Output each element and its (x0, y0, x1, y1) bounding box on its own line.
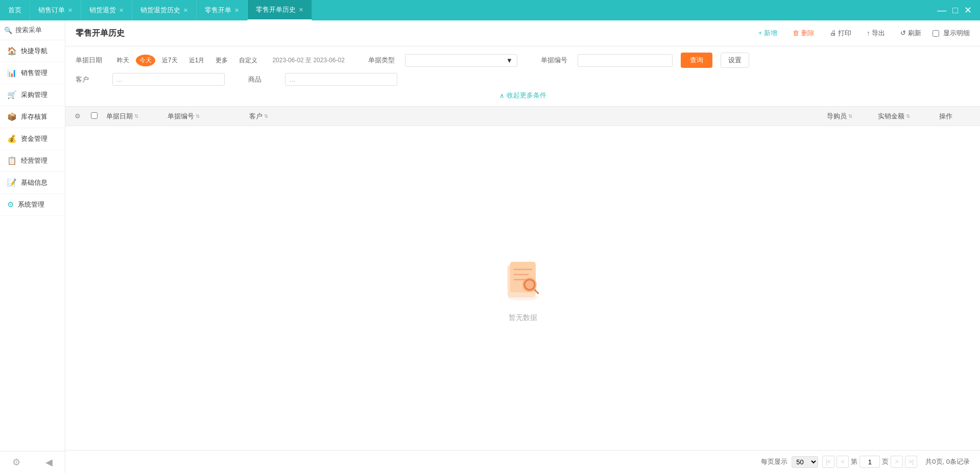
date-buttons: 昨天 今天 近7天 近1月 更多 自定义 (112, 55, 262, 66)
empty-icon (497, 254, 548, 305)
search-icon: 🔍 (4, 27, 12, 34)
tab-retail-history-close[interactable]: ✕ (299, 7, 303, 13)
management-icon: 📋 (7, 156, 17, 165)
add-button[interactable]: + 新增 (754, 27, 781, 40)
goods-label: 商品 (248, 75, 277, 84)
col-date[interactable]: 单据日期 ⇅ (102, 112, 163, 121)
sidebar-item-inventory[interactable]: 📦 库存核算 (0, 106, 65, 128)
sales-icon: 📊 (7, 68, 17, 78)
tab-retail-close[interactable]: ✕ (234, 7, 239, 14)
sidebar-item-label-system: 系统管理 (18, 200, 44, 209)
show-detail-check[interactable] (933, 30, 939, 37)
query-button[interactable]: 查询 (681, 53, 712, 68)
date-btn-7days[interactable]: 近7天 (157, 55, 182, 66)
select-all-check[interactable] (91, 112, 98, 119)
window-controls: — □ ✕ (929, 5, 980, 16)
purchase-icon: 🛒 (7, 90, 17, 99)
col-amount-sort: ⇅ (906, 113, 910, 119)
select-all-checkbox[interactable] (86, 112, 102, 120)
delete-button[interactable]: 🗑 删除 (788, 27, 819, 40)
content-area: 零售开单历史 + 新增 🗑 删除 🖨 打印 ↑ 导出 ↺ 刷新 显示明细 单据日… (65, 20, 980, 473)
sidebar-item-label-mgmt: 经营管理 (21, 156, 47, 165)
next-page-btn[interactable]: > (891, 456, 903, 468)
collapse-sidebar-icon[interactable]: ◀ (45, 457, 53, 468)
sidebar-item-finance[interactable]: 💰 资金管理 (0, 128, 65, 150)
empty-text: 暂无数据 (509, 313, 537, 322)
collapse-filter-btn[interactable]: ∧ 收起更多条件 (76, 91, 970, 100)
sidebar-item-system[interactable]: ⚙ 系统管理 (0, 194, 65, 216)
customer-placeholder: ... (117, 76, 123, 83)
pagination: 每页显示 50 100 200 |< < 第 页 > >| 共0页, 0条记录 (65, 450, 980, 473)
per-page-label: 每页显示 (761, 457, 787, 466)
tab-sales-order[interactable]: 销售订单 ✕ (30, 0, 81, 20)
col-order-no-label: 单据编号 (168, 112, 194, 121)
refresh-button[interactable]: ↺ 刷新 (896, 27, 925, 40)
date-btn-more[interactable]: 更多 (211, 55, 232, 66)
total-label: 共0页, 0条记录 (925, 457, 970, 466)
col-guide[interactable]: 导购员 ⇅ (823, 112, 874, 121)
customer-input[interactable]: ... (112, 73, 225, 86)
type-filter-label: 单据类型 (368, 56, 397, 65)
minimize-btn[interactable]: — (937, 5, 946, 16)
per-page-select[interactable]: 50 100 200 (792, 456, 818, 468)
setting-button[interactable]: 设置 (721, 53, 749, 68)
finance-icon: 💰 (7, 134, 17, 143)
tab-retail-history[interactable]: 零售开单历史 ✕ (248, 0, 312, 20)
empty-area: 暂无数据 (65, 126, 980, 450)
basics-icon: 📝 (7, 178, 17, 187)
order-no-label: 单据编号 (541, 56, 569, 65)
col-action: 操作 (935, 112, 976, 121)
col-order-sort: ⇅ (196, 113, 200, 119)
customer-label: 客户 (76, 75, 104, 84)
sidebar-item-label-inventory: 库存核算 (21, 112, 47, 121)
date-btn-yesterday[interactable]: 昨天 (112, 55, 134, 66)
filter-row-2: 客户 ... 商品 ... (76, 73, 970, 86)
prev-page-btn[interactable]: < (836, 456, 849, 468)
tab-return-history[interactable]: 销货退货历史 ✕ (132, 0, 197, 20)
table-header: ⚙ 单据日期 ⇅ 单据编号 ⇅ 客户 ⇅ 导购员 ⇅ (65, 107, 980, 126)
sidebar-item-basics[interactable]: 📝 基础信息 (0, 172, 65, 194)
filter-row-1: 单据日期 昨天 今天 近7天 近1月 更多 自定义 2023-06-02 至 2… (76, 53, 970, 68)
page-suffix-label: 页 (882, 457, 889, 466)
first-page-btn[interactable]: |< (822, 456, 834, 468)
sidebar-item-quick-nav[interactable]: 🏠 快捷导航 (0, 40, 65, 62)
type-select[interactable]: ▼ (405, 54, 517, 67)
last-page-btn[interactable]: >| (905, 456, 917, 468)
date-btn-1month[interactable]: 近1月 (184, 55, 209, 66)
tab-return-close[interactable]: ✕ (119, 7, 124, 14)
col-customer-label: 客户 (249, 112, 262, 121)
tab-return-history-close[interactable]: ✕ (183, 7, 188, 14)
show-detail-checkbox[interactable]: 显示明细 (933, 29, 970, 38)
col-amount[interactable]: 实销金额 ⇅ (874, 112, 935, 121)
collapse-label: 收起更多条件 (507, 91, 546, 100)
date-range-text: 2023-06-02 至 2023-06-02 (272, 56, 344, 65)
col-customer[interactable]: 客户 ⇅ (245, 112, 823, 121)
sidebar-search[interactable]: 🔍 搜索采单 (0, 20, 65, 40)
tab-home[interactable]: 首页 (0, 0, 30, 20)
goods-input[interactable]: ... (285, 73, 397, 86)
sidebar-item-sales[interactable]: 📊 销售管理 (0, 62, 65, 84)
settings-icon[interactable]: ⚙ (12, 457, 20, 468)
tab-return[interactable]: 销货退货 ✕ (81, 0, 132, 20)
tab-sales-order-label: 销售订单 (38, 6, 65, 15)
tab-retail[interactable]: 零售开单 ✕ (197, 0, 248, 20)
print-button[interactable]: 🖨 打印 (826, 27, 856, 40)
date-btn-custom[interactable]: 自定义 (234, 55, 262, 66)
date-btn-today[interactable]: 今天 (136, 55, 155, 66)
sidebar-item-label-finance: 资金管理 (21, 134, 47, 143)
maximize-btn[interactable]: □ (952, 5, 958, 16)
tab-sales-order-close[interactable]: ✕ (68, 7, 73, 14)
col-order-no[interactable]: 单据编号 ⇅ (163, 112, 245, 121)
table-setting-icon[interactable]: ⚙ (69, 112, 86, 120)
inventory-icon: 📦 (7, 112, 17, 121)
order-no-input[interactable] (578, 54, 673, 67)
export-button[interactable]: ↑ 导出 (863, 27, 889, 40)
sidebar-item-purchase[interactable]: 🛒 采购管理 (0, 84, 65, 106)
page-input[interactable] (859, 456, 880, 468)
window-close-btn[interactable]: ✕ (964, 5, 972, 16)
date-filter-label: 单据日期 (76, 56, 104, 65)
tab-return-history-label: 销货退货历史 (140, 6, 180, 15)
sidebar-search-label: 搜索采单 (15, 26, 42, 35)
col-customer-sort: ⇅ (264, 113, 268, 119)
sidebar-item-management[interactable]: 📋 经营管理 (0, 150, 65, 172)
